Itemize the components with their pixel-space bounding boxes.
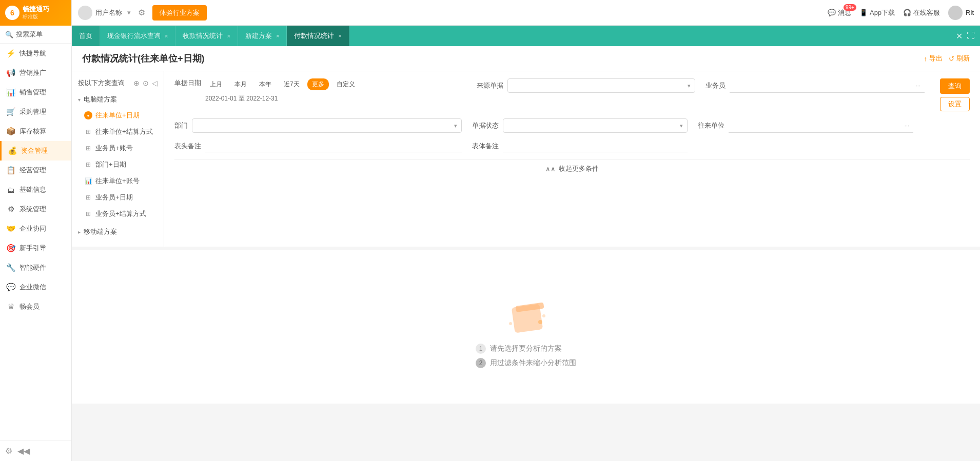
scheme-group-pc: ▾电脑端方案●往来单位+日期⊞往来单位+结算方式⊞业务员+账号⊞部门+日期📊往来… (72, 92, 164, 222)
filter-dept-arrow-icon: ▾ (454, 123, 457, 129)
scheme-group-title-mobile[interactable]: ▸移动端方案 (72, 224, 164, 239)
sidebar-icon-quick-nav: ⚡ (6, 49, 15, 58)
tab-close-payment-stats[interactable]: × (338, 33, 341, 39)
sidebar-item-enterprise[interactable]: 🤝企业协同 (0, 219, 71, 238)
tab-close-new-scheme[interactable]: × (276, 33, 279, 39)
scheme-item-dept-date[interactable]: ⊞部门+日期 (72, 156, 164, 173)
scheme-item-staff-settlement[interactable]: ⊞业务员+结算方式 (72, 206, 164, 222)
notification-btn[interactable]: 💬 消息 99+ (828, 8, 851, 17)
online-service-btn[interactable]: 🎧 在线客服 (903, 8, 940, 17)
tab-close-bank-flow[interactable]: × (165, 33, 168, 39)
scheme-item-label-staff-settlement: 业务员+结算方式 (95, 209, 146, 218)
tab-bank-flow[interactable]: 现金银行流水查询× (100, 26, 175, 46)
scheme-item-staff-account[interactable]: ⊞业务员+账号 (72, 140, 164, 156)
sidebar-icon-operation: 📋 (6, 166, 15, 175)
tab-home[interactable]: 首页 (72, 26, 100, 46)
scheme-item-label-staff-account: 业务员+账号 (95, 144, 133, 153)
date-option-4[interactable]: 更多 (307, 78, 329, 90)
scheme-item-icon-staff-date: ⊞ (84, 193, 92, 202)
date-option-2[interactable]: 本年 (254, 78, 276, 90)
sidebar-icon-vip: ♕ (6, 302, 15, 311)
filter-source-select[interactable]: ▾ (507, 78, 696, 93)
date-option-5[interactable]: 自定义 (332, 78, 360, 90)
topbar-gear-icon[interactable]: ⚙ (138, 8, 145, 17)
sidebar-item-capital[interactable]: 💰资金管理 (0, 141, 71, 161)
scheme-collapse-icon[interactable]: ◁ (152, 79, 158, 87)
tab-collection-stats[interactable]: 收款情况统计× (175, 26, 238, 46)
sidebar-label-capital: 资金管理 (21, 146, 48, 155)
settings-btn[interactable]: 设置 (940, 97, 970, 111)
scheme-item-icon-dept-date: ⊞ (84, 161, 92, 169)
scheme-group-arrow-pc: ▾ (78, 97, 81, 103)
sidebar-item-hardware[interactable]: 🔧智能硬件 (0, 258, 71, 277)
sidebar-item-operation[interactable]: 📋经营管理 (0, 161, 71, 180)
sidebar-icon-enterprise: 🤝 (6, 224, 15, 233)
search-icon: 🔍 (5, 31, 13, 38)
filter-header-note-item: 表头备注 (174, 140, 462, 152)
filter-unit-select[interactable]: ··· (729, 118, 913, 133)
notification-badge: 99+ (844, 4, 856, 11)
filter-doc-status-select[interactable]: ▾ (503, 118, 688, 133)
filter-doc-status-arrow-icon: ▾ (680, 123, 683, 129)
sidebar-item-wechat[interactable]: 💬企业微信 (0, 277, 71, 297)
sidebar-icon-basic-info: 🗂 (6, 185, 15, 194)
filter-body-note-input[interactable] (503, 140, 688, 152)
date-option-0[interactable]: 上月 (205, 78, 227, 90)
sidebar-item-basic-info[interactable]: 🗂基础信息 (0, 180, 71, 199)
scheme-item-unit-account[interactable]: 📊往来单位+账号 (72, 173, 164, 189)
scheme-item-unit-settlement[interactable]: ⊞往来单位+结算方式 (72, 124, 164, 140)
sidebar-item-marketing[interactable]: 📢营销推广 (0, 63, 71, 83)
filter-body-note-label: 表体备注 (472, 142, 499, 151)
sidebar-icon-capital: 💰 (8, 146, 17, 155)
sidebar-item-system[interactable]: ⚙系统管理 (0, 199, 71, 219)
service-icon: 🎧 (903, 9, 911, 16)
sidebar-icon-purchase: 🛒 (6, 107, 15, 116)
tabbar: 首页现金银行流水查询×收款情况统计×新建方案×付款情况统计× ✕ ⛶ (72, 26, 980, 46)
filter-staff-select[interactable]: ··· (730, 78, 925, 93)
tab-close-all-icon[interactable]: ✕ (956, 31, 963, 41)
scheme-group-title-pc[interactable]: ▾电脑端方案 (72, 92, 164, 107)
sidebar-item-quick-nav[interactable]: ⚡快捷导航 (0, 44, 71, 63)
tip-1-num: 1 (476, 344, 486, 354)
date-option-3[interactable]: 近7天 (279, 78, 304, 90)
refresh-btn[interactable]: ↺ 刷新 (949, 54, 970, 63)
trial-btn[interactable]: 体验行业方案 (152, 5, 207, 21)
sidebar-item-purchase[interactable]: 🛒采购管理 (0, 102, 71, 122)
user-avatar-text: Rit (966, 9, 974, 16)
sidebar-label-vip: 畅会员 (19, 302, 40, 311)
topbar-user-avatar-box[interactable]: Rit (948, 6, 974, 20)
search-label: 搜索菜单 (16, 30, 43, 39)
sidebar-label-marketing: 营销推广 (19, 68, 46, 77)
topbar-dropdown-icon[interactable]: ▾ (127, 9, 131, 16)
main-area: 用户名称 ▾ ⚙ 体验行业方案 💬 消息 99+ 📱 App下载 🎧 在线客服 … (72, 0, 980, 461)
sidebar-item-inventory[interactable]: 📦库存核算 (0, 122, 71, 141)
tab-payment-stats[interactable]: 付款情况统计× (287, 26, 349, 46)
scheme-settings-icon[interactable]: ⊙ (143, 79, 149, 87)
notification-icon: 💬 (828, 9, 836, 16)
filter-dept-select[interactable]: ▾ (192, 118, 462, 133)
filter-header-note-input[interactable] (205, 140, 462, 152)
query-btn[interactable]: 查询 (940, 78, 970, 94)
logo-icon: 6 (5, 6, 19, 20)
collapse-btn[interactable]: ∧∧ 收起更多条件 (174, 159, 970, 177)
sidebar-search[interactable]: 🔍 搜索菜单 (0, 26, 71, 44)
tab-expand-icon[interactable]: ⛶ (967, 31, 975, 41)
topbar-user: 用户名称 (78, 6, 122, 20)
collapse-footer-btn[interactable]: ◀◀ (17, 446, 30, 456)
tab-close-collection-stats[interactable]: × (227, 33, 230, 39)
scheme-header-label: 按以下方案查询 (78, 78, 125, 88)
settings-footer-btn[interactable]: ⚙ (5, 446, 12, 456)
sidebar-item-guide[interactable]: 🎯新手引导 (0, 238, 71, 258)
sidebar-label-enterprise: 企业协同 (19, 224, 46, 233)
sidebar-item-vip[interactable]: ♕畅会员 (0, 297, 71, 316)
scheme-item-unit-date[interactable]: ●往来单位+日期 (72, 107, 164, 124)
app-download-btn[interactable]: 📱 App下载 (859, 8, 895, 17)
scheme-add-icon[interactable]: ⊕ (133, 79, 140, 87)
sidebar-item-sales[interactable]: 📊销售管理 (0, 83, 71, 102)
logo-text-block: 畅捷通巧 标准版 (23, 5, 49, 21)
topbar: 用户名称 ▾ ⚙ 体验行业方案 💬 消息 99+ 📱 App下载 🎧 在线客服 … (72, 0, 980, 26)
export-btn[interactable]: ↑ 导出 (924, 54, 943, 63)
scheme-item-staff-date[interactable]: ⊞业务员+日期 (72, 189, 164, 206)
tab-new-scheme[interactable]: 新建方案× (238, 26, 287, 46)
date-option-1[interactable]: 本月 (230, 78, 251, 90)
